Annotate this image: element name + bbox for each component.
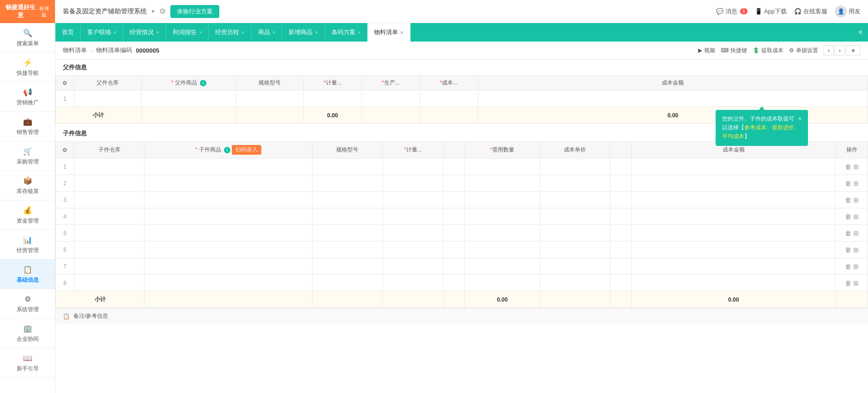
copy-icon-row-1[interactable]: ⊞ xyxy=(853,163,859,170)
video-tool[interactable]: ▶ 视频 xyxy=(698,47,715,54)
tab-new-goods[interactable]: 新增商品 × xyxy=(282,23,325,42)
close-tab-goods[interactable]: × xyxy=(272,30,275,35)
child-row-2-unit-cost[interactable] xyxy=(540,175,610,192)
shortcut-tool[interactable]: ⌨ 快捷键 xyxy=(721,47,747,54)
child-row-6-amount[interactable] xyxy=(632,242,836,258)
copy-icon-row-4[interactable]: ⊞ xyxy=(853,213,859,220)
sidebar-item-sales[interactable]: 💼 销售管理 xyxy=(0,112,55,141)
child-row-7-spec[interactable] xyxy=(312,258,382,275)
child-row-8-spec[interactable] xyxy=(312,275,382,291)
copy-icon-row-2[interactable]: ⊞ xyxy=(853,180,859,187)
close-tab-profit[interactable]: × xyxy=(199,30,202,35)
child-row-7-unit-cost[interactable] xyxy=(540,258,610,275)
child-row-6-unit[interactable] xyxy=(383,242,444,258)
copy-icon-row-7[interactable]: ⊞ xyxy=(853,263,859,270)
child-row-4-quantity[interactable] xyxy=(465,208,540,225)
child-row-6-extra2[interactable] xyxy=(610,242,632,258)
child-row-4-unit[interactable] xyxy=(383,208,444,225)
parent-col-settings[interactable]: ⚙ xyxy=(56,76,74,91)
child-row-3-unit-cost[interactable] xyxy=(540,192,610,208)
delete-icon-row-4[interactable]: 🗑 xyxy=(845,213,851,220)
delete-icon-row-7[interactable]: 🗑 xyxy=(845,263,851,270)
sidebar-item-purchase[interactable]: 🛒 采购管理 xyxy=(0,141,55,171)
child-row-3-extra[interactable] xyxy=(443,192,464,208)
child-col-settings[interactable]: ⚙ xyxy=(56,142,74,158)
parent-row-1-warehouse[interactable] xyxy=(74,91,142,107)
child-row-2-spec[interactable] xyxy=(312,175,382,192)
tab-operations[interactable]: 经营情况 × xyxy=(123,23,166,42)
child-row-4-spec[interactable] xyxy=(312,208,382,225)
child-row-2-extra[interactable] xyxy=(443,175,464,192)
child-row-1-spec[interactable] xyxy=(312,158,382,175)
child-row-7-warehouse[interactable] xyxy=(74,258,145,275)
delete-icon-row-1[interactable]: 🗑 xyxy=(845,163,851,170)
child-row-5-goods[interactable] xyxy=(145,225,313,242)
child-row-3-extra2[interactable] xyxy=(610,192,632,208)
child-row-3-amount[interactable] xyxy=(632,192,836,208)
parent-row-1-goods[interactable] xyxy=(141,91,236,107)
child-row-6-quantity[interactable] xyxy=(465,242,540,258)
child-row-6-unit-cost[interactable] xyxy=(540,242,610,258)
parent-goods-info-icon[interactable]: i xyxy=(200,80,206,86)
close-tab-barcode[interactable]: × xyxy=(358,30,361,35)
child-row-3-goods[interactable] xyxy=(145,192,313,208)
child-row-7-extra2[interactable] xyxy=(610,258,632,275)
child-row-5-warehouse[interactable] xyxy=(74,225,145,242)
close-tab-new-goods[interactable]: × xyxy=(315,30,318,35)
child-row-8-warehouse[interactable] xyxy=(74,275,145,291)
child-row-2-quantity[interactable] xyxy=(465,175,540,192)
trial-button[interactable]: 体验行业方案 xyxy=(170,5,219,18)
tab-home[interactable]: 首页 xyxy=(55,23,81,42)
sidebar-item-inventory[interactable]: 📦 库存核算 xyxy=(0,171,55,200)
sidebar-item-marketing[interactable]: 📢 营销推广 xyxy=(0,82,55,112)
child-row-3-unit[interactable] xyxy=(383,192,444,208)
delete-icon-row-8[interactable]: 🗑 xyxy=(845,279,851,287)
child-row-2-unit[interactable] xyxy=(383,175,444,192)
scan-button[interactable]: 扫码录入 xyxy=(232,145,261,155)
single-settings-tool[interactable]: ⚙ 单据设置 xyxy=(789,47,818,54)
delete-icon-row-5[interactable]: 🗑 xyxy=(845,230,851,237)
tab-profit[interactable]: 利润报告 × xyxy=(166,23,209,42)
bottom-tab[interactable]: 📋 备注/参考信息 xyxy=(55,308,868,324)
tab-barcode[interactable]: 条码方案 × xyxy=(325,23,368,42)
parent-row-1-cost[interactable] xyxy=(420,91,478,107)
close-tab-customer[interactable]: × xyxy=(114,30,116,35)
close-tab-operations[interactable]: × xyxy=(156,30,159,35)
sidebar-item-search[interactable]: 🔍 搜索菜单 xyxy=(0,23,55,53)
close-all-tabs[interactable]: × xyxy=(853,23,868,42)
child-row-8-quantity[interactable] xyxy=(465,275,540,291)
child-row-1-quantity[interactable] xyxy=(465,158,540,175)
child-row-6-warehouse[interactable] xyxy=(74,242,145,258)
extract-cost-tool[interactable]: 💲 提取成本 xyxy=(753,47,784,54)
delete-icon-row-3[interactable]: 🗑 xyxy=(845,196,851,204)
child-row-7-amount[interactable] xyxy=(632,258,836,275)
child-row-1-goods[interactable] xyxy=(145,158,313,175)
sidebar-item-quick-nav[interactable]: ⚡ 快捷导航 xyxy=(0,53,55,82)
child-row-1-amount[interactable] xyxy=(632,158,836,175)
grid-view-button[interactable]: ≡ xyxy=(846,45,861,55)
tab-history[interactable]: 经营历程 × xyxy=(209,23,251,42)
delete-icon-row-6[interactable]: 🗑 xyxy=(845,246,851,254)
tab-customer[interactable]: 客户联络 × xyxy=(81,23,123,42)
child-row-7-goods[interactable] xyxy=(145,258,313,275)
child-row-4-extra2[interactable] xyxy=(610,208,632,225)
delete-icon-row-2[interactable]: 🗑 xyxy=(845,180,851,187)
parent-row-1-amount[interactable] xyxy=(478,91,868,107)
child-row-8-extra[interactable] xyxy=(443,275,464,291)
child-row-4-warehouse[interactable] xyxy=(74,208,145,225)
copy-icon-row-5[interactable]: ⊞ xyxy=(853,230,859,237)
copy-icon-row-8[interactable]: ⊞ xyxy=(853,279,859,287)
child-row-6-spec[interactable] xyxy=(312,242,382,258)
tooltip-close-button[interactable]: × xyxy=(798,115,802,123)
child-row-4-amount[interactable] xyxy=(632,208,836,225)
app-download-button[interactable]: 📱 App下载 xyxy=(755,7,787,16)
child-row-2-goods[interactable] xyxy=(145,175,313,192)
settings-icon[interactable]: ⚙ xyxy=(159,7,166,16)
child-row-1-unit[interactable] xyxy=(383,158,444,175)
child-row-8-unit[interactable] xyxy=(383,275,444,291)
child-row-2-extra2[interactable] xyxy=(610,175,632,192)
child-row-1-warehouse[interactable] xyxy=(74,158,145,175)
child-row-4-extra[interactable] xyxy=(443,208,464,225)
child-row-3-warehouse[interactable] xyxy=(74,192,145,208)
prev-arrow-button[interactable]: ‹ xyxy=(824,45,834,55)
